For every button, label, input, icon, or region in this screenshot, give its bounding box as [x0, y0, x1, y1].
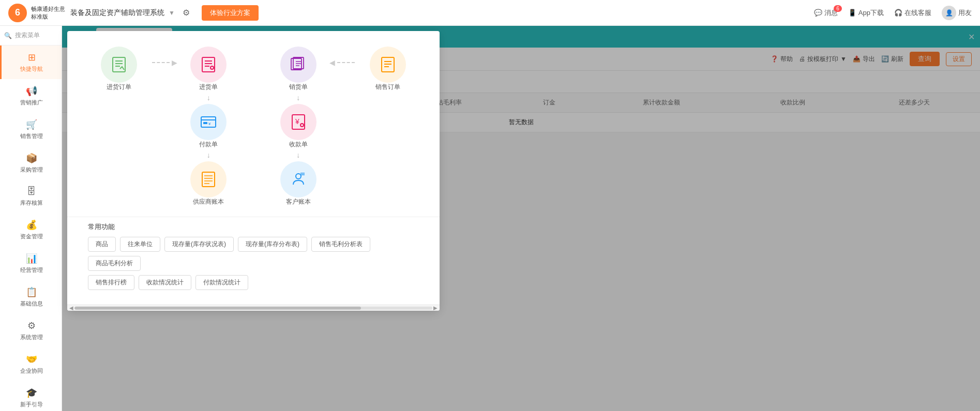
svg-text:¥: ¥: [295, 117, 299, 126]
func-btn-contacts[interactable]: 往来单位: [120, 237, 160, 252]
purchase-icon: 📦: [26, 153, 37, 164]
purchase-order-label: 进货订单: [107, 83, 131, 90]
func-btn-stock-status[interactable]: 现存量(库存状况表): [164, 237, 234, 252]
inventory-icon: 🗄: [27, 186, 36, 197]
func-btn-sales-profit[interactable]: 销售毛利分析表: [311, 237, 370, 252]
func-btn-payment-stats[interactable]: 付款情况统计: [195, 275, 248, 290]
logo-area: 6 畅康通好生意 标准版: [8, 4, 70, 22]
basic-info-icon: 📋: [26, 286, 37, 298]
app-dropdown-icon[interactable]: ▼: [169, 9, 175, 17]
modal-overlay: ▶: [62, 48, 980, 411]
workflow-area: ▶: [67, 48, 440, 217]
sidebar-item-basic-info[interactable]: 📋 基础信息: [0, 280, 62, 314]
purchase-bill-circle[interactable]: [190, 48, 227, 83]
sidebar-search[interactable]: 🔍 搜索菜单: [0, 26, 62, 45]
func-btn-product-profit[interactable]: 商品毛利分析: [88, 256, 141, 271]
svg-rect-11: [291, 58, 301, 70]
topbar: 6 畅康通好生意 标准版 装备及固定资产辅助管理系统 ▼ ⚙ 体验行业方案 💬 …: [0, 0, 980, 26]
sales-icon: 🛒: [26, 119, 37, 130]
sales-order-label: 销售订单: [375, 83, 400, 90]
receipt-circle[interactable]: ¥: [280, 104, 316, 140]
message-badge: 6: [834, 5, 842, 12]
wf-node-sales-order: [357, 48, 419, 83]
operation-icon: 📊: [26, 253, 37, 264]
scrollbar-area: ◀ ▶: [67, 305, 440, 311]
scrollbar-track[interactable]: [74, 307, 432, 310]
receipt-label: 收款单: [289, 141, 308, 148]
sidebar-item-newbie[interactable]: 🎓 新手引导: [0, 381, 62, 411]
settings-icon[interactable]: ⚙: [179, 6, 193, 20]
download-icon: 📱: [848, 9, 856, 17]
customer-ledger-circle[interactable]: [280, 161, 316, 197]
search-icon: 🔍: [4, 32, 12, 39]
message-btn[interactable]: 💬 消息 6: [814, 8, 838, 18]
payment-circle[interactable]: ¥: [190, 104, 227, 140]
supplier-ledger-label: 供应商账本: [193, 198, 224, 205]
coop-icon: 🤝: [26, 354, 37, 365]
payment-label: 付款单: [199, 141, 218, 148]
online-service-btn[interactable]: 🎧 在线客服: [894, 8, 931, 18]
wf-node-customer-ledger: [267, 161, 329, 197]
sidebar: 🔍 搜索菜单 ⊞ 快捷导航 📢 营销推广 🛒 销售管理 📦 采购管理 🗄 库存核…: [0, 26, 62, 411]
svg-rect-22: [203, 122, 207, 124]
app-title: 装备及固定资产辅助管理系统: [70, 8, 164, 18]
sidebar-item-quick-nav[interactable]: ⊞ 快捷导航: [0, 45, 62, 79]
svg-point-34: [296, 174, 301, 179]
supplier-ledger-circle[interactable]: [190, 161, 227, 197]
modal-box: ▶: [67, 48, 440, 311]
sidebar-item-sales[interactable]: 🛒 销售管理: [0, 113, 62, 146]
page-content: ❓ 帮助 🖨 按模板打印 ▼ 📤 导出 🔄 刷新 查询 设置: [62, 48, 980, 411]
topbar-right: 💬 消息 6 📱 App下载 🎧 在线客服 👤 用友: [814, 6, 972, 20]
app-title-area: 装备及固定资产辅助管理系统 ▼ ⚙ 体验行业方案: [70, 5, 814, 21]
quick-nav-icon: ⊞: [28, 52, 36, 63]
purchase-order-circle[interactable]: [101, 48, 137, 83]
sidebar-item-purchase[interactable]: 📦 采购管理: [0, 146, 62, 180]
sidebar-item-marketing[interactable]: 📢 营销推广: [0, 79, 62, 113]
message-icon: 💬: [814, 9, 822, 17]
wf-node-supplier-ledger: [177, 161, 239, 197]
sidebar-item-inventory[interactable]: 🗄 库存核算: [0, 180, 62, 213]
purchase-bill-label: 进货单: [199, 83, 218, 90]
func-btns-row1: 商品 往来单位 现存量(库存状况表) 现存量(库存分布表) 销售毛利分析表 商品…: [88, 237, 419, 271]
experience-btn[interactable]: 体验行业方案: [202, 5, 259, 21]
sidebar-item-finance[interactable]: 💰 资金管理: [0, 213, 62, 247]
logo-icon: 6: [8, 4, 27, 22]
sales-bill-label: 销货单: [289, 83, 308, 90]
svg-text:¥: ¥: [208, 121, 211, 126]
user-avatar: 👤: [942, 6, 956, 20]
logo-text: 畅康通好生意 标准版: [31, 5, 65, 20]
func-btn-sales-rank[interactable]: 销售排行榜: [88, 275, 134, 290]
content-area: 首页 销售订单执行表 ✕ ✕ ❓ 帮助 🖨 按模板打印 ▼: [62, 26, 980, 411]
wf-node-sales-bill: [267, 48, 329, 83]
marketing-icon: 📢: [26, 85, 37, 97]
sidebar-item-system[interactable]: ⚙ 系统管理: [0, 314, 62, 347]
func-btn-stock-dist[interactable]: 现存量(库存分布表): [238, 237, 307, 252]
sidebar-item-coop[interactable]: 🤝 企业协同: [0, 347, 62, 381]
svg-rect-4: [202, 57, 215, 72]
svg-rect-0: [113, 57, 125, 72]
scrollbar-thumb: [74, 307, 361, 310]
svg-rect-29: [202, 172, 215, 187]
func-btn-receipt-stats[interactable]: 收款情况统计: [139, 275, 191, 290]
app-download-btn[interactable]: 📱 App下载: [848, 8, 884, 18]
sales-bill-circle[interactable]: [280, 48, 316, 83]
svg-rect-12: [293, 57, 304, 69]
wf-node-receipt: ¥: [267, 104, 329, 140]
scroll-right-icon[interactable]: ▶: [433, 305, 438, 311]
func-btns-row2: 销售排行榜 收款情况统计 付款情况统计: [88, 275, 419, 290]
main-layout: 🔍 搜索菜单 ⊞ 快捷导航 📢 营销推广 🛒 销售管理 📦 采购管理 🗄 库存核…: [0, 26, 980, 411]
scroll-left-icon[interactable]: ◀: [69, 305, 73, 311]
wf-node-purchase-order: [88, 48, 150, 83]
sidebar-item-operation[interactable]: 📊 经营管理: [0, 247, 62, 280]
system-icon: ⚙: [27, 320, 36, 331]
finance-icon: 💰: [26, 219, 37, 231]
sales-order-circle[interactable]: [370, 48, 406, 83]
newbie-icon: 🎓: [26, 387, 37, 399]
wf-node-payment: ¥: [177, 104, 239, 140]
customer-ledger-label: 客户账本: [286, 198, 311, 205]
user-area[interactable]: 👤 用友: [942, 6, 972, 20]
func-btn-product[interactable]: 商品: [88, 237, 116, 252]
service-icon: 🎧: [894, 9, 902, 17]
wf-node-purchase-bill: [177, 48, 239, 83]
common-funcs: 常用功能 商品 往来单位 现存量(库存状况表) 现存量(库存分布表) 销售毛利分…: [67, 217, 440, 305]
